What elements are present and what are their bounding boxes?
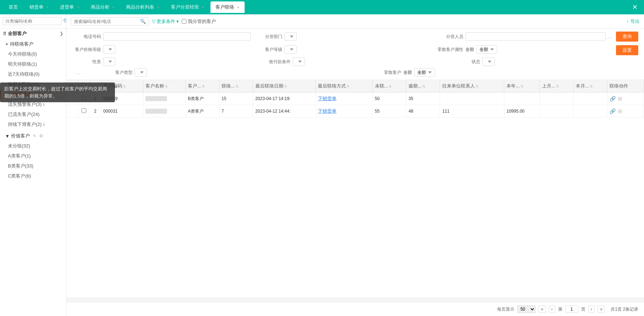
sort-icon[interactable]: ⇅	[165, 84, 168, 88]
filter-select-dept[interactable]	[284, 32, 297, 41]
close-icon[interactable]: ×	[46, 5, 48, 9]
tab-product-list[interactable]: 商品分析列表 ×	[121, 1, 164, 13]
sidebar-item-declining[interactable]: 持续下滑客户(2) ℹ	[0, 119, 66, 129]
more-dots-icon[interactable]: …	[75, 69, 81, 76]
tab-customer-tier[interactable]: 客户分层经营 ×	[166, 1, 209, 13]
search-icon[interactable]: 🔍	[63, 18, 66, 24]
contact-method-link[interactable]: 下销货单	[318, 108, 337, 114]
col-last-contact-method[interactable]: 最后联络方式⇅	[316, 80, 372, 93]
filter-select-level[interactable]	[284, 45, 297, 54]
col-this-month[interactable]: 本月...⇅	[574, 80, 607, 93]
sidebar-pending-section[interactable]: ▼ 待联络客户	[0, 39, 66, 49]
sidebar-item-c-class[interactable]: C类客户(6)	[0, 171, 66, 181]
sort-icon[interactable]: ⇅	[347, 84, 349, 88]
row-last-contact-method[interactable]: 下销货单	[316, 93, 372, 105]
tab-purchase[interactable]: 进货单 ×	[55, 1, 84, 13]
row-checkbox-cell[interactable]	[78, 105, 89, 118]
table-row: 1 000039 B类客户 15 2023-04-17 14:19: 下销货单 …	[66, 93, 644, 105]
window-close-button[interactable]: ✕	[629, 3, 640, 11]
filter-select-payment[interactable]	[293, 57, 305, 66]
close-icon[interactable]: ×	[112, 5, 115, 9]
tab-sales[interactable]: 销货单 ×	[24, 1, 54, 13]
action-link-icon[interactable]: 🔗	[610, 108, 616, 114]
contact-method-link[interactable]: 下销货单	[318, 96, 337, 101]
action-more-icon[interactable]: ⊞	[618, 108, 622, 114]
collapse-icon[interactable]: ❯	[60, 31, 63, 36]
close-icon[interactable]: ×	[157, 5, 159, 9]
more-conditions-button[interactable]: ▽ 更多条件 ▾	[152, 18, 179, 25]
sort-icon[interactable]: ⇅	[236, 84, 238, 88]
per-page-select[interactable]: 50 100	[517, 305, 536, 313]
row-settings[interactable]	[66, 105, 78, 118]
filter-select-nature[interactable]	[103, 57, 115, 66]
sidebar-all-customers[interactable]: ⠿ 全部客户 ❯	[0, 28, 66, 39]
sort-icon[interactable]: ⇅	[520, 84, 523, 88]
sort-icon[interactable]: ⇅	[422, 84, 425, 88]
settings-button[interactable]: 设置	[616, 45, 638, 55]
search-icon[interactable]: 🔍	[140, 19, 146, 24]
col-partner-contact[interactable]: 往来单位联系人⇅	[440, 80, 504, 93]
sidebar-item-ungrouped[interactable]: 未分组(32)	[0, 141, 66, 151]
row-last-contact-method[interactable]: 下销货单	[316, 105, 372, 118]
filter-input-person[interactable]	[465, 32, 606, 41]
sort-icon[interactable]: ⇅	[476, 84, 478, 88]
page-number-input[interactable]	[565, 306, 578, 313]
first-page-button[interactable]: «	[538, 306, 546, 313]
action-more-icon[interactable]: ⊞	[618, 96, 622, 102]
filter-select-status[interactable]	[482, 57, 495, 66]
tab-customer-contact[interactable]: 客户联络 ×	[210, 1, 244, 13]
filter-select-type-wrap	[135, 68, 370, 77]
row-name	[143, 105, 186, 118]
tab-home[interactable]: 首页	[4, 1, 23, 13]
sort-icon[interactable]: ⇅	[123, 84, 126, 88]
col-category[interactable]: 客户...⇅	[185, 80, 219, 93]
filter-select-type[interactable]	[135, 68, 147, 77]
sort-icon[interactable]: ⇅	[556, 84, 559, 88]
col-last-contact-date[interactable]: 最后联络日期⇅	[253, 80, 315, 93]
sidebar-item-a-class[interactable]: A类客户(1)	[0, 151, 66, 161]
more-options-icon[interactable]: …	[606, 34, 613, 39]
my-customer-checkbox[interactable]	[182, 19, 186, 24]
close-icon[interactable]: ×	[77, 5, 79, 9]
sidebar-item-already-lost[interactable]: 已流失客户(24)	[0, 109, 66, 119]
filter-select-scatter[interactable]: 全部	[476, 45, 497, 54]
sort-icon[interactable]: ⇅	[284, 84, 287, 88]
sort-icon[interactable]: ⇅	[389, 84, 392, 88]
filter-select-scatter2[interactable]: 全部	[414, 68, 435, 77]
search-input[interactable]	[74, 19, 139, 24]
sidebar-search-input[interactable]	[3, 17, 62, 25]
info-icon[interactable]: ℹ	[43, 102, 45, 107]
export-button[interactable]: ↑ 导出	[627, 18, 640, 25]
col-last-month[interactable]: 上月...⇅	[540, 80, 574, 93]
next-page-button[interactable]: ›	[588, 306, 595, 313]
filter-select-price[interactable]	[103, 45, 115, 54]
last-page-button[interactable]: »	[598, 306, 605, 313]
col-name[interactable]: 客户名称⇅	[143, 80, 186, 93]
settings-icon[interactable]: ⚙	[39, 133, 43, 138]
sidebar-item-7day-pending[interactable]: 近7天待联络(0)	[0, 69, 66, 79]
sidebar-value-section[interactable]: ▼ 价值客户 ✎ ⚙	[0, 131, 66, 141]
tab-product-analysis[interactable]: 商品分析 ×	[86, 1, 120, 13]
sidebar-item-tomorrow-pending[interactable]: 明天待联络(1)	[0, 59, 66, 69]
sort-icon[interactable]: ⇅	[202, 84, 205, 88]
sort-icon[interactable]: ⇅	[590, 84, 593, 88]
close-icon[interactable]: ×	[237, 5, 239, 9]
close-icon[interactable]: ×	[202, 5, 204, 9]
info-icon[interactable]: ℹ	[43, 122, 45, 127]
col-not-contacted[interactable]: 未联...⇅	[372, 80, 406, 93]
col-this-year[interactable]: 本年...⇅	[504, 80, 540, 93]
prev-page-button[interactable]: ‹	[549, 306, 555, 313]
action-link-icon[interactable]: 🔗	[610, 96, 616, 102]
row-checkbox[interactable]	[82, 108, 86, 113]
col-contacts[interactable]: 联络...⇅	[219, 80, 253, 93]
edit-icon[interactable]: ✎	[33, 133, 36, 138]
sidebar-item-b-class[interactable]: B类客户(33)	[0, 161, 66, 171]
filter-select-price-wrap	[103, 45, 251, 54]
sidebar-item-today-pending[interactable]: 今天待联络(0)	[0, 49, 66, 59]
query-button[interactable]: 查询	[616, 32, 638, 42]
horizontal-scrollbar[interactable]	[66, 298, 644, 302]
col-overdue[interactable]: 逾期...⇅	[406, 80, 440, 93]
filter-input-phone[interactable]	[103, 32, 251, 41]
row-category: A类客户	[185, 105, 219, 118]
my-customer-checkbox-label[interactable]: 我分管的客户	[182, 18, 216, 25]
